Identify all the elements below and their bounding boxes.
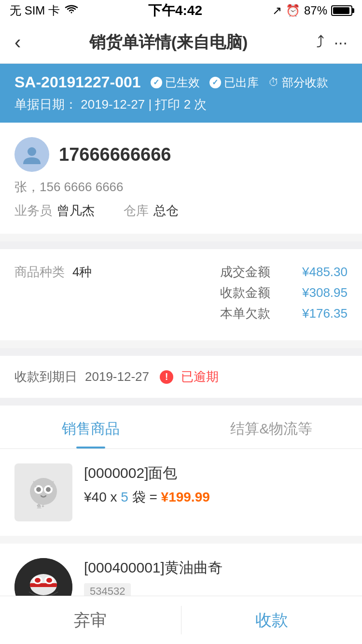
share-button[interactable]: ⤴ <box>316 33 324 52</box>
page-title: 销货单详情(来自电脑) <box>89 31 248 54</box>
status-shipped: ✓ 已出库 <box>209 75 259 90</box>
category-stats: 商品种类 4种 <box>14 264 92 280</box>
warehouse-label: 仓库 <box>124 202 149 219</box>
category-value: 4种 <box>72 264 92 280</box>
overdue-icon: ! <box>160 370 173 384</box>
received-value: ¥308.95 <box>285 285 348 300</box>
bottom-bar: 弃审 收款 <box>0 596 362 644</box>
due-date-label: 收款到期日 <box>14 368 77 385</box>
customer-id-row: 17666666666 <box>14 137 348 172</box>
carrier-text: 无 SIM 卡 <box>10 3 60 18</box>
tab-settlement-label: 结算&物流等 <box>230 420 312 436</box>
svg-point-5 <box>46 487 51 492</box>
status-partial: ⏱ 部分收款 <box>268 75 328 90</box>
product-id-2: [000400001] <box>84 560 165 575</box>
status-time: 下午4:42 <box>148 1 202 20</box>
battery-percent: 87% <box>304 4 327 17</box>
svg-point-0 <box>28 147 36 156</box>
customer-meta: 业务员 曾凡杰 仓库 总仓 <box>14 202 348 219</box>
amount-value: ¥485.30 <box>285 265 348 280</box>
clock-icon: ⏱ <box>268 76 279 89</box>
tab-sales-products[interactable]: 销售商品 <box>0 406 181 448</box>
status-shipped-label: 已出库 <box>224 75 259 90</box>
tab-bar: 销售商品 结算&物流等 <box>0 406 362 449</box>
svg-point-4 <box>36 487 41 492</box>
warehouse-meta: 仓库 总仓 <box>124 202 179 219</box>
product-id-1: [0000002] <box>84 465 148 481</box>
abandon-review-button[interactable]: 弃审 <box>0 596 181 644</box>
salesman-value: 曾凡杰 <box>57 202 95 219</box>
avatar <box>14 137 49 172</box>
status-effective-label: 已生效 <box>165 75 200 90</box>
status-carrier-wifi: 无 SIM 卡 <box>10 3 78 18</box>
back-button[interactable]: ‹ <box>14 31 21 53</box>
order-header: SA-20191227-001 ✓ 已生效 ✓ 已出库 ⏱ 部分收款 单据日期：… <box>0 64 362 123</box>
tab-settlement[interactable]: 结算&物流等 <box>181 406 362 448</box>
status-indicators: ↗ ⏰ 87% <box>272 4 352 17</box>
due-date-value: 2019-12-27 <box>85 369 149 384</box>
more-button[interactable]: ··· <box>334 33 348 52</box>
product-thumb-1: 鱼+ <box>14 463 72 521</box>
overdue-text: 已逾期 <box>181 368 219 385</box>
product-name-2: [000400001]黄油曲奇 <box>84 558 348 578</box>
customer-section: 17666666666 张，156 6666 6666 业务员 曾凡杰 仓库 总… <box>0 123 362 234</box>
check-icon-shipped: ✓ <box>209 77 221 88</box>
financial-stats: 成交金额 ¥485.30 收款金额 ¥308.95 本单欠款 ¥176.35 <box>220 264 348 326</box>
separator-2 <box>0 348 362 356</box>
abandon-review-label: 弃审 <box>74 609 107 631</box>
battery-icon <box>331 5 352 16</box>
tab-sales-label: 销售商品 <box>62 420 120 436</box>
collect-payment-label: 收款 <box>255 609 288 631</box>
stats-section: 商品种类 4种 成交金额 ¥485.30 收款金额 ¥308.95 本单欠款 ¥… <box>0 249 362 340</box>
order-number: SA-20191227-001 <box>14 73 141 91</box>
separator-3 <box>0 398 362 406</box>
check-icon-effective: ✓ <box>151 77 162 88</box>
amount-label: 成交金额 <box>220 264 270 280</box>
meta-print: | 打印 2 次 <box>148 97 207 112</box>
salesman-meta: 业务员 曾凡杰 <box>14 202 95 219</box>
nav-actions: ⤴ ··· <box>316 33 348 52</box>
location-icon: ↗ <box>272 4 282 17</box>
alarm-icon: ⏰ <box>286 4 300 17</box>
collect-payment-button[interactable]: 收款 <box>181 596 362 644</box>
owed-label: 本单欠款 <box>220 305 270 322</box>
warehouse-value: 总仓 <box>153 202 179 219</box>
meta-date-value: 2019-12-27 <box>81 97 145 112</box>
amount-row: 成交金额 ¥485.30 <box>220 264 348 280</box>
wifi-icon <box>65 4 78 17</box>
svg-text:鱼+: 鱼+ <box>37 504 44 509</box>
product-item: 鱼+ [0000002]面包 ¥40 x 5 袋 = ¥199.99 <box>0 449 362 536</box>
product-name-1: [0000002]面包 <box>84 463 348 483</box>
customer-phone: 17666666666 <box>59 144 171 165</box>
customer-contact: 张，156 6666 6666 <box>14 179 348 196</box>
received-row: 收款金额 ¥308.95 <box>220 284 348 301</box>
status-bar: 无 SIM 卡 下午4:42 ↗ ⏰ 87% <box>0 0 362 21</box>
owed-row: 本单欠款 ¥176.35 <box>220 305 348 322</box>
category-label: 商品种类 <box>14 264 65 280</box>
status-partial-label: 部分收款 <box>282 75 328 90</box>
product-total-1: ¥199.99 <box>161 490 210 504</box>
salesman-label: 业务员 <box>14 202 52 219</box>
product-info-1: [0000002]面包 ¥40 x 5 袋 = ¥199.99 <box>84 463 348 506</box>
svg-rect-9 <box>30 583 57 587</box>
owed-value: ¥176.35 <box>285 306 348 321</box>
order-status-row: SA-20191227-001 ✓ 已生效 ✓ 已出库 ⏱ 部分收款 <box>14 73 348 91</box>
due-date-section: 收款到期日 2019-12-27 ! 已逾期 <box>0 356 362 398</box>
order-meta: 单据日期： 2019-12-27 | 打印 2 次 <box>14 96 348 113</box>
svg-point-12 <box>35 578 41 583</box>
product-price-1: ¥40 x 5 袋 = ¥199.99 <box>84 488 348 506</box>
meta-date-label: 单据日期： <box>14 97 77 112</box>
product-qty-1: 5 <box>121 490 128 504</box>
nav-bar: ‹ 销货单详情(来自电脑) ⤴ ··· <box>0 21 362 64</box>
svg-point-13 <box>46 578 52 583</box>
received-label: 收款金额 <box>220 284 270 301</box>
separator-1 <box>0 241 362 249</box>
status-effective: ✓ 已生效 <box>151 75 200 90</box>
